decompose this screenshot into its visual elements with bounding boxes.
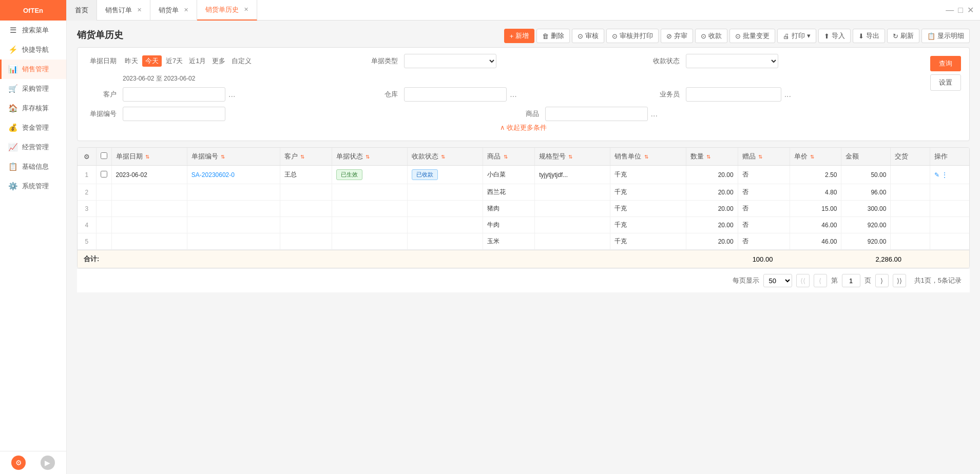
delete-label: 删除 [551,31,564,41]
cell-amount: 920.00 [841,217,891,233]
warehouse-dots[interactable]: ... [510,90,516,99]
shortcut-custom[interactable]: 自定义 [229,55,254,67]
abandon-button[interactable]: ⊘ 弃审 [661,29,693,43]
col-action: 操作 [930,148,969,166]
import-button[interactable]: ⬆ 导入 [818,29,851,43]
collect-button[interactable]: ⊙ 收款 [695,29,727,43]
col-goods[interactable]: 商品 ⇅ [483,148,535,166]
add-button[interactable]: + 新增 [504,29,535,43]
maximize-btn[interactable]: □ [958,6,963,15]
sidebar-item-system-mgmt[interactable]: ⚙️ 系统管理 [0,176,66,196]
shortcut-today[interactable]: 今天 [142,55,162,67]
tab-sales-goods[interactable]: 销货单 ✕ [150,0,197,21]
row-checkbox[interactable] [101,171,107,177]
shortcut-last1month[interactable]: 近1月 [187,55,208,67]
col-spec-label: 规格型号 [539,152,566,160]
tab-sales-order[interactable]: 销售订单 ✕ [97,0,150,21]
print-button[interactable]: 🖨 打印 ▾ [777,29,816,43]
sidebar-item-purchase-mgmt[interactable]: 🛒 采购管理 [0,79,66,98]
audit-button[interactable]: ⊙ 审核 [572,29,604,43]
salesman-input[interactable] [686,87,781,102]
sidebar-item-label: 经营管理 [22,143,49,152]
table-footer: 合计: 100.00 2,286.00 [78,250,969,268]
sidebar-item-quick-nav[interactable]: ⚡ 快捷导航 [0,40,66,60]
batch-change-button[interactable]: ⊙ 批量变更 [729,29,775,43]
collapse-label: 收起更多条件 [507,124,547,131]
close-btn[interactable]: ✕ [967,5,974,15]
edit-action[interactable]: ✎ [934,171,939,179]
sidebar-item-finance-mgmt[interactable]: 💰 资金管理 [0,118,66,137]
page-number-input[interactable] [842,274,860,287]
minimize-btn[interactable]: — [946,6,954,15]
batch-icon: ⊙ [735,32,741,40]
footer-total-label: 合计: [84,254,114,264]
show-details-button[interactable]: 📋 显示明细 [921,29,970,43]
sidebar-gear-icon[interactable]: ⚙ [11,456,26,470]
tab-sales-order-close[interactable]: ✕ [137,7,142,13]
col-gift[interactable]: 赠品 ⇅ [738,148,790,166]
filter-settings-button[interactable]: 设置 [930,74,961,91]
col-unit-price[interactable]: 单价 ⇅ [790,148,841,166]
settings-icon[interactable]: ⚙ [84,153,90,161]
tab-sales-history[interactable]: 销货单历史 ✕ [197,0,257,21]
col-doc-status[interactable]: 单据状态 ⇅ [332,148,407,166]
cell-doc-no [187,217,280,233]
tab-sales-history-close[interactable]: ✕ [244,6,248,13]
salesman-dots[interactable]: ... [784,90,791,99]
sidebar-item-search-menu[interactable]: ☰ 搜索菜单 [0,21,66,40]
export-button[interactable]: ⬇ 导出 [853,29,885,43]
warehouse-input[interactable] [404,87,507,102]
col-doc-no[interactable]: 单据编号 ⇅ [187,148,280,166]
shortcut-last7days[interactable]: 近7天 [164,55,185,67]
tab-sales-goods-close[interactable]: ✕ [184,7,188,13]
doc-type-select[interactable] [404,54,496,68]
shortcut-yesterday[interactable]: 昨天 [123,55,140,67]
audit-print-button[interactable]: ⊙ 审核并打印 [606,29,659,43]
col-gift-label: 赠品 [742,152,756,160]
cell-doc-date [111,184,187,201]
collapse-filter-btn[interactable]: ∧ 收起更多条件 [86,121,961,134]
first-page-btn[interactable]: ⟨⟨ [796,274,810,287]
receipt-status-select[interactable] [686,54,778,68]
sidebar-item-basic-info[interactable]: 📋 基础信息 [0,157,66,176]
next-page-btn[interactable]: ⟩ [875,274,889,287]
cell-spec [535,233,610,250]
col-spec[interactable]: 规格型号 ⇅ [535,148,610,166]
page-size-select[interactable]: 50 100 200 [763,274,792,287]
cell-amount: 920.00 [841,233,891,250]
goods-input[interactable] [545,107,648,121]
sidebar-collapse-icon[interactable]: ▶ [41,456,55,470]
col-qty[interactable]: 数量 ⇅ [686,148,738,166]
doc-no-input[interactable] [123,107,225,121]
prev-page-btn[interactable]: ⟨ [814,274,827,287]
sidebar-item-inventory-calc[interactable]: 🏠 库存核算 [0,98,66,118]
cell-trade [891,166,930,184]
doc-no-link[interactable]: SA-20230602-0 [191,171,235,179]
col-settings[interactable]: ⚙ [78,148,96,166]
sort-doc-status-icon: ⇅ [366,154,370,160]
sidebar-item-sales-mgmt[interactable]: 📊 销售管理 [0,60,66,79]
last-page-btn[interactable]: ⟩⟩ [893,274,906,287]
shortcut-more[interactable]: 更多 [210,55,227,67]
import-icon: ⬆ [824,32,830,40]
sidebar-item-operations-mgmt[interactable]: 📈 经营管理 [0,137,66,157]
refresh-button[interactable]: ↻ 刷新 [887,29,919,43]
cell-receipt-status [407,184,483,201]
customer-dots[interactable]: ... [228,90,235,99]
col-receipt-status[interactable]: 收款状态 ⇅ [407,148,483,166]
delete-button[interactable]: 🗑 删除 [536,29,570,43]
cell-seq: 5 [78,233,96,250]
cell-unit-price: 2.50 [790,166,841,184]
more-action[interactable]: ⋮ [941,171,948,179]
col-customer[interactable]: 客户 ⇅ [280,148,332,166]
select-all-checkbox[interactable] [101,152,107,159]
goods-dots[interactable]: ... [651,109,658,118]
query-button[interactable]: 查询 [930,56,961,71]
cell-doc-date [111,233,187,250]
customer-input[interactable] [123,87,225,102]
col-sales-unit[interactable]: 销售单位 ⇅ [610,148,686,166]
cell-actions [930,217,969,233]
cell-gift: 否 [738,217,790,233]
tab-home[interactable]: 首页 [67,0,97,21]
col-doc-date[interactable]: 单据日期 ⇅ [111,148,187,166]
